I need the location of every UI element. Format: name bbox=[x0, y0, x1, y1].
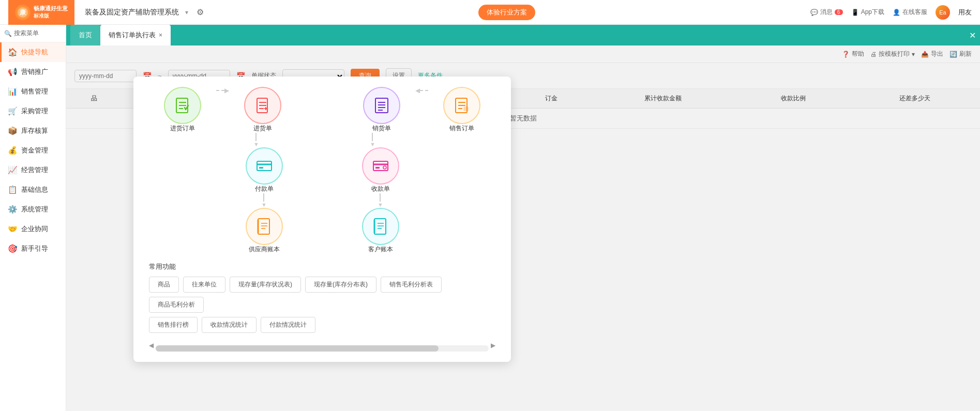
message-icon: 💬 bbox=[810, 9, 818, 16]
common-title: 常用功能 bbox=[149, 262, 495, 271]
popup-scroll-area: ◀ ▶ bbox=[149, 339, 495, 352]
top-bar: 康 畅康通好生意 标准版 装备及固定资产辅助管理系统 ▾ ⚙ 体验行业方案 💬 … bbox=[0, 0, 980, 25]
message-btn[interactable]: 💬 消息 6 bbox=[810, 8, 843, 17]
tab-close-icon[interactable]: × bbox=[159, 32, 162, 39]
svg-rect-30 bbox=[257, 220, 259, 233]
tab-bar: 首页 销售订单执行表 × ✕ bbox=[66, 25, 980, 45]
user-avatar[interactable]: Ea bbox=[936, 5, 950, 20]
purchase-order-circle[interactable] bbox=[164, 87, 201, 124]
app-download-label: App下载 bbox=[861, 8, 884, 17]
sidebar-item-enterprise[interactable]: 🤝 企业协同 bbox=[0, 219, 66, 239]
func-btn-payment-stats[interactable]: 付款情况统计 bbox=[261, 317, 315, 333]
svg-rect-34 bbox=[374, 219, 386, 234]
sidebar-item-basic-info[interactable]: 📋 基础信息 bbox=[0, 180, 66, 200]
message-label: 消息 bbox=[820, 8, 833, 17]
svg-rect-35 bbox=[373, 220, 375, 233]
sidebar-item-quick-nav[interactable]: 🏠 快捷导航 bbox=[0, 42, 66, 62]
flow-label-sales-bill: 销货单 bbox=[372, 124, 391, 133]
guide-icon: 🎯 bbox=[8, 244, 17, 253]
sidebar: 🔍 搜索菜单 🏠 快捷导航 📢 营销推广 📊 销售管理 🛒 采购管理 📦 bbox=[0, 25, 66, 411]
sidebar-item-finance[interactable]: 💰 资金管理 bbox=[0, 141, 66, 160]
flow-diagram: 进货订单 ▶ bbox=[149, 87, 495, 254]
flow-node-receipt: 收款单 bbox=[333, 147, 428, 193]
logo-main-text: 畅康通好生意 bbox=[34, 5, 68, 12]
trial-btn[interactable]: 体验行业方案 bbox=[478, 5, 535, 20]
search-icon: 🔍 bbox=[4, 30, 12, 37]
app-logo: 康 畅康通好生意 标准版 bbox=[8, 0, 74, 25]
dropdown-arrow-icon[interactable]: ▾ bbox=[185, 9, 188, 16]
tab-sales-order-label: 销售订单执行表 bbox=[109, 31, 156, 40]
logo-icon: 康 bbox=[15, 5, 31, 20]
svg-point-28 bbox=[383, 166, 386, 169]
flow-row-1: 进货订单 ▶ bbox=[149, 87, 495, 133]
flow-label-purchase-bill: 进货单 bbox=[253, 124, 272, 133]
flow-node-purchase-order: 进货订单 bbox=[149, 87, 216, 133]
online-service-label: 在线客服 bbox=[902, 8, 927, 17]
tab-bar-close-btn[interactable]: ✕ bbox=[969, 31, 976, 40]
sidebar-item-sales[interactable]: 📊 销售管理 bbox=[0, 82, 66, 101]
popup-scrollbar[interactable] bbox=[156, 345, 489, 352]
sidebar-label-marketing: 营销推广 bbox=[21, 67, 48, 77]
flow-label-receipt: 收款单 bbox=[371, 185, 390, 193]
sidebar-label-sales: 销售管理 bbox=[21, 87, 48, 96]
sidebar-item-operations[interactable]: 📈 经营管理 bbox=[0, 160, 66, 180]
func-btn-sales-margin[interactable]: 销售毛利分析表 bbox=[381, 277, 442, 293]
sidebar-label-guide: 新手引导 bbox=[21, 244, 48, 253]
svg-text:康: 康 bbox=[19, 9, 26, 16]
system-icon: ⚙️ bbox=[8, 205, 17, 214]
flow-label-customer-ledger: 客户账本 bbox=[368, 245, 393, 254]
purchase-bill-circle[interactable] bbox=[244, 87, 281, 124]
username-label: 用友 bbox=[958, 8, 972, 17]
func-btn-sales-rank[interactable]: 销售排行榜 bbox=[149, 317, 198, 333]
marketing-icon: 📢 bbox=[8, 67, 17, 77]
sales-order-circle[interactable] bbox=[443, 87, 480, 124]
func-btn-partner[interactable]: 往来单位 bbox=[183, 277, 225, 293]
quick-nav-icon: 🏠 bbox=[8, 48, 17, 57]
sidebar-label-finance: 资金管理 bbox=[21, 146, 48, 155]
finance-icon: 💰 bbox=[8, 146, 17, 155]
tab-sales-order[interactable]: 销售订单执行表 × bbox=[100, 25, 171, 45]
arrow-down-sales: ▼ bbox=[348, 133, 428, 147]
basic-info-icon: 📋 bbox=[8, 185, 17, 194]
tab-home[interactable]: 首页 bbox=[70, 25, 100, 45]
func-btn-goods-margin[interactable]: 商品毛利分析 bbox=[149, 297, 204, 313]
svg-rect-27 bbox=[375, 167, 380, 169]
content-area: 首页 销售订单执行表 × ✕ ❓ 帮助 bbox=[66, 25, 980, 411]
download-icon: 📱 bbox=[851, 9, 859, 16]
svg-rect-21 bbox=[464, 107, 468, 111]
flow-node-customer-ledger: 客户账本 bbox=[347, 208, 414, 254]
sales-bill-circle[interactable] bbox=[363, 87, 400, 124]
sidebar-item-marketing[interactable]: 📢 营销推广 bbox=[0, 62, 66, 82]
sidebar-search[interactable]: 🔍 搜索菜单 bbox=[0, 25, 66, 42]
customer-ledger-circle[interactable] bbox=[362, 208, 399, 245]
flow-down-arrows-2: ▼ ▼ bbox=[149, 193, 495, 208]
search-label: 搜索菜单 bbox=[14, 29, 39, 38]
sidebar-item-purchase[interactable]: 🛒 采购管理 bbox=[0, 101, 66, 121]
func-btn-receipt-stats[interactable]: 收款情况统计 bbox=[202, 317, 257, 333]
app-download-btn[interactable]: 📱 App下载 bbox=[851, 8, 884, 17]
sidebar-label-basic-info: 基础信息 bbox=[21, 185, 48, 194]
flow-node-sales-order: 销售订单 bbox=[428, 87, 495, 133]
inventory-icon: 📦 bbox=[8, 126, 17, 135]
common-functions: 常用功能 商品 往来单位 现存量(库存状况表) 现存量(库存分布表) 销售毛利分… bbox=[149, 262, 495, 333]
func-btn-stock-status[interactable]: 现存量(库存状况表) bbox=[230, 277, 301, 293]
func-btn-stock-dist[interactable]: 现存量(库存分布表) bbox=[305, 277, 376, 293]
online-service-btn[interactable]: 👤 在线客服 bbox=[893, 8, 927, 17]
scroll-left-btn[interactable]: ◀ bbox=[149, 342, 154, 349]
func-buttons-row2: 销售排行榜 收款情况统计 付款情况统计 bbox=[149, 317, 495, 333]
sidebar-item-guide[interactable]: 🎯 新手引导 bbox=[0, 239, 66, 258]
arrow-4-3: ◀ bbox=[415, 87, 428, 109]
payment-circle[interactable] bbox=[246, 147, 283, 185]
sidebar-label-purchase: 采购管理 bbox=[21, 106, 48, 116]
sidebar-item-inventory[interactable]: 📦 库存核算 bbox=[0, 121, 66, 141]
system-title: 装备及固定资产辅助管理系统 bbox=[85, 8, 179, 17]
func-btn-goods[interactable]: 商品 bbox=[149, 277, 179, 293]
receipt-circle[interactable] bbox=[362, 147, 399, 185]
sidebar-item-system[interactable]: ⚙️ 系统管理 bbox=[0, 200, 66, 219]
scroll-right-btn[interactable]: ▶ bbox=[491, 342, 495, 349]
popup-overlay: 进货订单 ▶ bbox=[66, 45, 980, 411]
top-bar-right: 💬 消息 6 📱 App下载 👤 在线客服 Ea 用友 bbox=[810, 5, 972, 20]
logo-sub-text: 标准版 bbox=[34, 12, 68, 20]
supplier-ledger-circle[interactable] bbox=[246, 208, 283, 245]
settings-icon[interactable]: ⚙ bbox=[197, 7, 204, 17]
